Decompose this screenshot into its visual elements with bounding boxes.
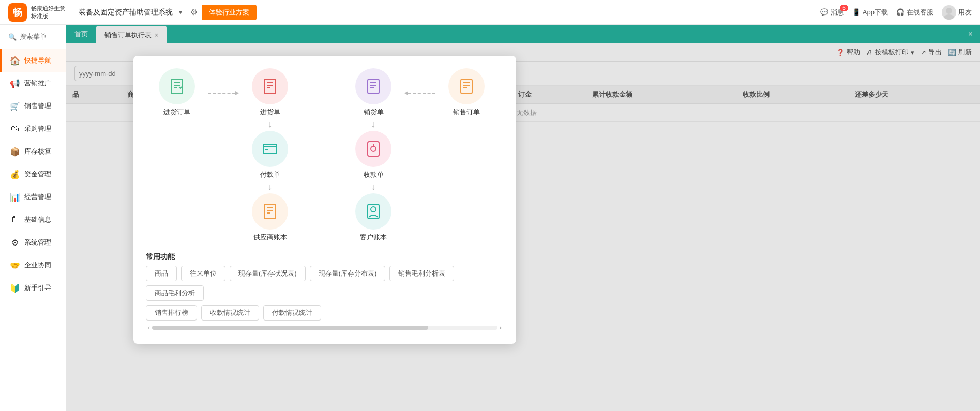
svg-rect-10 xyxy=(368,79,379,94)
sidebar-label-purchase: 采购管理 xyxy=(24,124,51,133)
sidebar-label-guide: 新手引导 xyxy=(24,283,51,293)
message-item[interactable]: 💬 消息 6 xyxy=(820,8,844,17)
top-bar: 畅 畅康通好生意 标准版 装备及固定资产辅助管理系统 ▾ ⚙ 体验行业方案 💬 … xyxy=(0,0,980,25)
quick-btns-container-2: 销售排行榜 收款情况统计 付款情况统计 xyxy=(146,305,504,321)
sidebar-label-basic-info: 基础信息 xyxy=(24,215,51,224)
user-label: 用友 xyxy=(958,8,972,17)
headset-icon: 🎧 xyxy=(896,8,904,16)
svg-rect-24 xyxy=(264,204,276,219)
svg-rect-6 xyxy=(264,79,276,94)
sidebar-item-operations[interactable]: 📊 经营管理 xyxy=(0,186,66,208)
sidebar-search-area: 🔍 搜索菜单 xyxy=(0,25,66,49)
svg-rect-21 xyxy=(368,142,379,156)
node-supplier-ledger[interactable]: 供应商账本 xyxy=(239,193,301,242)
sidebar-item-system[interactable]: ⚙ 系统管理 xyxy=(0,231,66,254)
marketing-icon: 📢 xyxy=(10,78,20,88)
label-purchase-bill: 进货单 xyxy=(260,108,280,117)
quick-btn-payment-stat[interactable]: 付款情况统计 xyxy=(263,305,321,321)
sidebar-item-sales[interactable]: 🛒 销售管理 xyxy=(0,95,66,117)
label-sales-order: 销售订单 xyxy=(453,108,480,117)
quick-btn-sales-rank[interactable]: 销售排行榜 xyxy=(146,305,197,321)
sidebar-menu: 🏠 快捷导航 📢 营销推广 🛒 销售管理 🛍 采购管理 📦 库存核 xyxy=(0,49,66,411)
avatar xyxy=(942,5,956,20)
home-icon: 🏠 xyxy=(10,55,20,66)
scroll-thumb xyxy=(152,326,428,330)
sidebar-item-inventory[interactable]: 📦 库存核算 xyxy=(0,140,66,163)
node-sales-order[interactable]: 销售订单 xyxy=(435,68,497,117)
label-sales-bill: 销货单 xyxy=(364,108,384,117)
sidebar-item-guide[interactable]: 🔰 新手引导 xyxy=(0,277,66,299)
quick-btn-product-gross[interactable]: 商品毛利分析 xyxy=(146,285,204,301)
circle-customer-ledger xyxy=(355,193,391,230)
node-payment-bill[interactable]: 付款单 xyxy=(239,131,301,179)
node-customer-ledger[interactable]: 客户账本 xyxy=(342,193,404,242)
label-customer-ledger: 客户账本 xyxy=(360,233,387,242)
svg-rect-2 xyxy=(171,79,183,94)
basic-info-icon: 🗒 xyxy=(10,215,20,225)
circle-purchase-order xyxy=(159,68,195,104)
svg-point-1 xyxy=(944,14,954,20)
circle-receipt-bill xyxy=(355,131,391,167)
experience-btn[interactable]: 体验行业方案 xyxy=(202,5,257,20)
dropdown-arrow-icon[interactable]: ▾ xyxy=(179,9,182,16)
sidebar-item-purchase[interactable]: 🛍 采购管理 xyxy=(0,117,66,140)
circle-purchase-bill xyxy=(252,68,288,104)
sidebar-item-quick-nav[interactable]: 🏠 快捷导航 xyxy=(0,49,66,72)
search-icon: 🔍 xyxy=(8,33,17,41)
sidebar-item-collab[interactable]: 🤝 企业协同 xyxy=(0,254,66,277)
app-download-item[interactable]: 📱 App下载 xyxy=(852,8,888,17)
common-functions-title: 常用功能 xyxy=(146,252,504,262)
svg-rect-20 xyxy=(265,149,268,150)
circle-payment-bill xyxy=(252,131,288,167)
search-menu-btn[interactable]: 🔍 搜索菜单 xyxy=(4,30,62,43)
popup-card: 进货订单 进货单 xyxy=(133,56,516,344)
top-bar-right: 💬 消息 6 📱 App下载 🎧 在线客服 用友 xyxy=(820,5,972,20)
scroll-right-btn[interactable]: › xyxy=(500,324,502,331)
label-supplier-ledger: 供应商账本 xyxy=(253,233,287,242)
purchase-icon: 🛍 xyxy=(10,124,20,134)
app-wrapper: 畅 畅康通好生意 标准版 装备及固定资产辅助管理系统 ▾ ⚙ 体验行业方案 💬 … xyxy=(0,0,980,411)
svg-point-0 xyxy=(946,8,952,14)
quick-btn-partner[interactable]: 往来单位 xyxy=(181,266,225,281)
scroll-bar[interactable] xyxy=(152,326,497,330)
content-area: 首页 销售订单执行表 × × ❓ 帮助 🖨 按模板打印 ▾ xyxy=(66,25,980,411)
svg-rect-18 xyxy=(263,144,277,154)
node-purchase-bill[interactable]: 进货单 xyxy=(239,68,301,117)
system-title: 装备及固定资产辅助管理系统 xyxy=(79,8,173,17)
sidebar-label-marketing: 营销推广 xyxy=(24,79,51,88)
sidebar-label-finance: 资金管理 xyxy=(24,170,51,179)
quick-btn-product[interactable]: 商品 xyxy=(146,266,177,281)
scroll-left-btn[interactable]: ‹ xyxy=(148,324,150,331)
sidebar-item-basic-info[interactable]: 🗒 基础信息 xyxy=(0,208,66,231)
system-icon: ⚙ xyxy=(10,237,20,248)
operations-icon: 📊 xyxy=(10,192,20,202)
main-area: 🔍 搜索菜单 🏠 快捷导航 📢 营销推广 🛒 销售管理 🛍 xyxy=(0,25,980,411)
circle-sales-bill xyxy=(355,68,391,104)
inventory-icon: 📦 xyxy=(10,146,20,157)
sidebar-item-finance[interactable]: 💰 资金管理 xyxy=(0,163,66,186)
sidebar-label-quick-nav: 快捷导航 xyxy=(24,56,51,65)
top-bar-center: 装备及固定资产辅助管理系统 ▾ ⚙ 体验行业方案 xyxy=(74,5,820,20)
settings-icon[interactable]: ⚙ xyxy=(190,7,198,17)
sidebar-label-system: 系统管理 xyxy=(24,238,51,247)
online-service-item[interactable]: 🎧 在线客服 xyxy=(896,8,933,17)
logo-icon: 畅 xyxy=(8,3,27,22)
quick-btn-stock-dist[interactable]: 现存量(库存分布表) xyxy=(310,266,386,281)
node-purchase-order[interactable]: 进货订单 xyxy=(146,68,208,117)
phone-icon: 📱 xyxy=(852,8,861,16)
label-payment-bill: 付款单 xyxy=(260,170,280,179)
guide-icon: 🔰 xyxy=(10,283,20,293)
message-badge: 6 xyxy=(840,5,848,11)
node-sales-bill[interactable]: 销货单 xyxy=(342,68,404,117)
scroll-hint: ‹ › xyxy=(146,321,504,331)
collab-icon: 🤝 xyxy=(10,260,20,270)
sidebar-item-marketing[interactable]: 📢 营销推广 xyxy=(0,72,66,95)
node-receipt-bill[interactable]: 收款单 xyxy=(342,131,404,179)
quick-btns-container: 商品 往来单位 现存量(库存状况表) 现存量(库存分布表) 销售毛利分析表 商品… xyxy=(146,266,504,301)
quick-btn-sales-gross[interactable]: 销售毛利分析表 xyxy=(389,266,454,281)
flow-diagram: 进货订单 进货单 xyxy=(146,68,504,246)
quick-btn-stock-status[interactable]: 现存量(库存状况表) xyxy=(230,266,306,281)
quick-btn-receipt-stat[interactable]: 收款情况统计 xyxy=(201,305,259,321)
logo-text: 畅康通好生意 标准版 xyxy=(31,5,65,20)
user-item[interactable]: 用友 xyxy=(942,5,972,20)
